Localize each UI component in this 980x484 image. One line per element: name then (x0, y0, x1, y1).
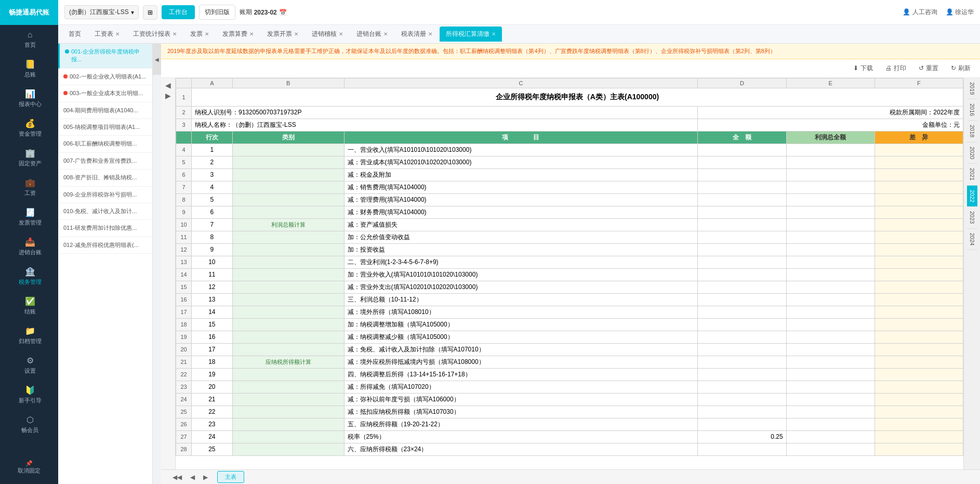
sidebar-item-home[interactable]: ⌂首页 (0, 25, 58, 54)
row-diff[interactable] (875, 443, 963, 455)
row-diff[interactable] (875, 368, 963, 381)
row-profit[interactable] (786, 168, 875, 181)
form-item-010[interactable]: 010-免税、减计收入及加计... (58, 203, 152, 220)
bottom-tab-主表[interactable]: 主表 (217, 471, 244, 483)
form-item-008[interactable]: 008-资产折旧、摊销及纳税... (58, 169, 152, 186)
row-profit[interactable] (786, 143, 875, 156)
prev-arrow[interactable]: ◀ (163, 80, 173, 90)
sidebar-item-fund[interactable]: 💰资金管理 (0, 113, 58, 143)
row-amount[interactable] (698, 368, 786, 381)
row-diff[interactable] (875, 293, 963, 306)
row-profit[interactable] (786, 243, 875, 256)
next-arrow[interactable]: ▶ (163, 90, 173, 101)
row-profit[interactable] (786, 181, 875, 193)
switch-version-btn[interactable]: 切到旧版 (199, 5, 235, 20)
download-btn[interactable]: ⬇ 下载 (850, 62, 876, 74)
row-profit[interactable] (786, 206, 875, 218)
tab-close-icon[interactable]: ✕ (115, 31, 120, 37)
year-item-2022[interactable]: 2022 (967, 186, 977, 207)
nav-tab-首页[interactable]: 首页 (62, 27, 87, 42)
calendar-icon[interactable]: 📅 (279, 9, 287, 16)
reset-btn[interactable]: ↺ 重置 (916, 62, 942, 74)
year-item-2016[interactable]: 2016 (967, 99, 977, 121)
form-item-012[interactable]: 012-减免所得税优惠明细表(... (58, 237, 152, 254)
nav-tab-工资表[interactable]: 工资表✕ (88, 27, 126, 42)
form-item-004[interactable]: 004-期间费用明细表(A1040... (58, 102, 152, 119)
tab-close-icon[interactable]: ✕ (339, 31, 343, 37)
cancel-pin-btn[interactable]: 📌 取消固定 (0, 456, 58, 479)
tab-close-icon[interactable]: ✕ (173, 31, 177, 37)
row-amount[interactable] (698, 193, 786, 206)
nav-tab-所得税汇算清缴[interactable]: 所得税汇算清缴✕ (440, 27, 502, 42)
nav-tab-工资统计报表[interactable]: 工资统计报表✕ (127, 27, 183, 42)
nav-tab-发票[interactable]: 发票✕ (184, 27, 215, 42)
row-amount[interactable] (698, 381, 786, 393)
sidebar-item-settle[interactable]: ✅结账 (0, 291, 58, 321)
company-selector[interactable]: (勿删）江西服宝-LSS ▾ (64, 5, 139, 19)
tab-close-icon[interactable]: ✕ (294, 31, 298, 37)
tab-close-icon[interactable]: ✕ (205, 31, 209, 37)
sidebar-item-tax[interactable]: 🏦税务管理 (0, 261, 58, 291)
tab-scroll-prev[interactable]: ◀ (187, 473, 198, 482)
row-amount[interactable] (698, 331, 786, 343)
tab-close-icon[interactable]: ✕ (249, 31, 254, 37)
sidebar-item-purchase[interactable]: 📥进销台账 (0, 232, 58, 261)
nav-tab-发票算费[interactable]: 发票算费✕ (216, 27, 260, 42)
nav-tab-进销稽核[interactable]: 进销稽核✕ (306, 27, 349, 42)
row-amount[interactable] (698, 218, 786, 231)
form-item-003[interactable]: 003-一般企业成本支出明细... (58, 85, 152, 102)
form-item-002[interactable]: 002-一般企业收入明细表(A1... (58, 69, 152, 85)
row-profit[interactable] (786, 381, 875, 393)
sidebar-item-invoice[interactable]: 🧾发票管理 (0, 202, 58, 232)
row-amount[interactable] (698, 418, 786, 430)
row-diff[interactable] (875, 418, 963, 430)
row-amount[interactable] (698, 281, 786, 293)
row-profit[interactable] (786, 443, 875, 455)
row-amount[interactable] (698, 306, 786, 318)
sidebar-item-archive[interactable]: 📁归档管理 (0, 321, 58, 350)
tab-close-icon[interactable]: ✕ (383, 31, 388, 37)
row-diff[interactable] (875, 231, 963, 243)
row-profit[interactable] (786, 331, 875, 343)
collapse-panel-btn[interactable]: ◀ (153, 44, 161, 75)
nav-tab-税表清册[interactable]: 税表清册✕ (395, 27, 439, 42)
row-profit[interactable] (786, 231, 875, 243)
sidebar-item-report[interactable]: 📊报表中心 (0, 84, 58, 113)
row-amount[interactable] (698, 206, 786, 218)
nav-tab-进销台账[interactable]: 进销台账✕ (350, 27, 394, 42)
row-profit[interactable] (786, 393, 875, 405)
row-amount[interactable] (698, 405, 786, 418)
refresh-btn[interactable]: ↻ 刷新 (948, 62, 974, 74)
row-amount[interactable] (698, 156, 786, 168)
tab-scroll-left[interactable]: ◀◀ (169, 473, 185, 482)
row-profit[interactable] (786, 281, 875, 293)
sidebar-item-salary[interactable]: 💼工资 (0, 173, 58, 202)
row-profit[interactable] (786, 268, 875, 281)
row-profit[interactable] (786, 418, 875, 430)
row-amount[interactable] (698, 243, 786, 256)
row-diff[interactable] (875, 343, 963, 356)
row-profit[interactable] (786, 343, 875, 356)
row-diff[interactable] (875, 206, 963, 218)
year-item-2020[interactable]: 2020 (967, 142, 977, 164)
row-amount[interactable]: 0.25 (698, 430, 786, 443)
row-diff[interactable] (875, 356, 963, 368)
form-item-006[interactable]: 006-职工薪酬纳税调整明细... (58, 136, 152, 152)
row-profit[interactable] (786, 368, 875, 381)
row-amount[interactable] (698, 443, 786, 455)
row-profit[interactable] (786, 193, 875, 206)
form-item-005[interactable]: 005-纳税调整项目明细表(A1... (58, 119, 152, 136)
year-item-2021[interactable]: 2021 (967, 164, 977, 185)
row-diff[interactable] (875, 268, 963, 281)
sidebar-item-member[interactable]: ⬡畅会员 (0, 410, 58, 439)
row-diff[interactable] (875, 143, 963, 156)
work-station-btn[interactable]: 工作台 (162, 5, 195, 19)
row-diff[interactable] (875, 256, 963, 268)
row-diff[interactable] (875, 306, 963, 318)
form-item-009[interactable]: 009-企业所得税弥补亏损明... (58, 187, 152, 203)
year-item-2023[interactable]: 2023 (967, 207, 977, 228)
row-profit[interactable] (786, 318, 875, 331)
row-profit[interactable] (786, 293, 875, 306)
form-item-011[interactable]: 011-研发费用加计扣除优惠... (58, 220, 152, 237)
tab-close-icon[interactable]: ✕ (492, 31, 496, 37)
